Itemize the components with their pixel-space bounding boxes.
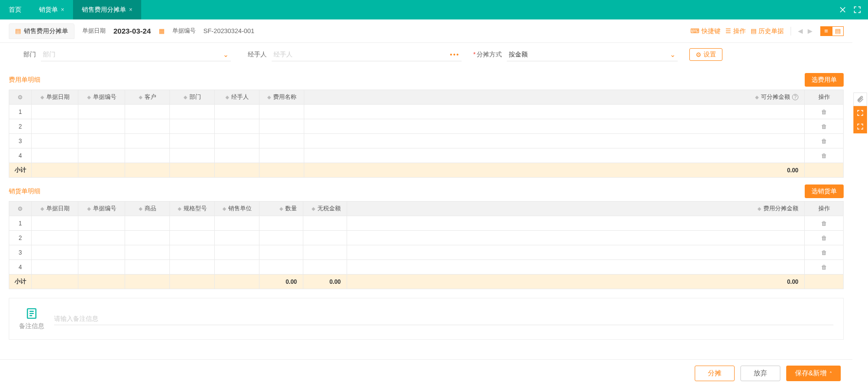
topbar-actions — [839, 6, 868, 14]
docno-label: 单据编号 — [172, 27, 196, 35]
method-select[interactable]: 按金额 ⌄ — [507, 48, 678, 61]
ops-button[interactable]: ☰操作 — [725, 27, 746, 36]
delete-icon[interactable]: 🗑 — [821, 123, 827, 130]
date-label: 单据日期 — [82, 27, 106, 35]
keyboard-icon: ⌨ — [690, 27, 700, 35]
gear-icon: ☰ — [725, 27, 731, 35]
view-list-button[interactable]: ≡ — [820, 26, 832, 36]
delete-icon[interactable]: 🗑 — [821, 109, 827, 115]
col-qty[interactable]: ◆数量 — [259, 202, 303, 216]
delete-icon[interactable]: 🗑 — [821, 235, 827, 241]
select-sales-button[interactable]: 选销货单 — [805, 184, 844, 198]
chevron-down-icon: ⌄ — [670, 51, 676, 58]
section-expense-detail: 费用单明细 选费用单 ⚙ ◆单据日期 ◆单据编号 ◆客户 ◆部门 ◆经手人 ◆费… — [0, 70, 852, 182]
tab-sales-bill[interactable]: 销货单× — [30, 0, 73, 19]
table-row[interactable]: 3🗑 — [9, 245, 844, 260]
col-date[interactable]: ◆单据日期 — [32, 202, 78, 216]
expense-table: ⚙ ◆单据日期 ◆单据编号 ◆客户 ◆部门 ◆经手人 ◆费用名称 ◆可分摊金额?… — [9, 90, 844, 178]
label: *分摊方式 — [473, 50, 502, 59]
save-new-button[interactable]: 保存&新增˄ — [786, 366, 841, 381]
settings-button[interactable]: ⚙设置 — [689, 48, 722, 61]
label: 保存&新增 — [795, 369, 827, 378]
close-all-icon[interactable] — [839, 6, 847, 14]
table-row[interactable]: 4🗑 — [9, 260, 844, 275]
label: 部门 — [12, 50, 36, 59]
col-action: 操作 — [805, 90, 844, 105]
table-row[interactable]: 1🗑 — [9, 105, 844, 119]
section-title: 费用单明细 — [9, 75, 40, 84]
table-row[interactable]: 2🗑 — [9, 231, 844, 245]
chevron-up-icon: ˄ — [830, 371, 832, 376]
expand2-button[interactable] — [853, 120, 867, 133]
delete-icon[interactable]: 🗑 — [821, 249, 827, 256]
doc-title: 销售费用分摊单 — [24, 27, 68, 36]
col-product[interactable]: ◆商品 — [125, 202, 170, 216]
col-unit[interactable]: ◆销售单位 — [215, 202, 259, 216]
delete-icon[interactable]: 🗑 — [821, 264, 827, 271]
table-row[interactable]: 1🗑 — [9, 216, 844, 231]
doc-type-badge: ▤ 销售费用分摊单 — [9, 23, 74, 39]
col-no[interactable]: ◆单据编号 — [78, 90, 125, 105]
gear-column[interactable]: ⚙ — [9, 202, 32, 216]
prev-arrow-icon[interactable]: ◀ — [798, 27, 806, 35]
delete-icon[interactable]: 🗑 — [821, 220, 827, 227]
col-spec[interactable]: ◆规格型号 — [170, 202, 215, 216]
select-expense-button[interactable]: 选费用单 — [805, 73, 844, 87]
label: 经手人 — [242, 50, 267, 59]
col-alloc-amt[interactable]: ◆可分摊金额? — [304, 90, 805, 105]
view-toggle: ≡ ▤ — [820, 26, 844, 36]
handler-select[interactable]: 经手人 ••• — [272, 48, 462, 61]
close-icon[interactable]: × — [61, 6, 64, 13]
remarks-input[interactable] — [54, 313, 833, 325]
next-arrow-icon[interactable]: ▶ — [808, 27, 815, 35]
delete-icon[interactable]: 🗑 — [821, 152, 827, 159]
col-handler[interactable]: ◆经手人 — [215, 90, 259, 105]
table-row[interactable]: 2🗑 — [9, 119, 844, 134]
tab-home[interactable]: 首页 — [0, 0, 30, 19]
divider — [791, 27, 791, 36]
col-action: 操作 — [805, 202, 844, 216]
col-fee-alloc[interactable]: ◆费用分摊金额 — [347, 202, 805, 216]
table-row[interactable]: 3🗑 — [9, 134, 844, 148]
fullscreen-icon[interactable] — [853, 6, 861, 14]
attachment-button[interactable] — [853, 92, 867, 106]
footer-actions: 分摊 放弃 保存&新增˄ — [0, 359, 852, 387]
col-dept[interactable]: ◆部门 — [170, 90, 215, 105]
history-icon: ▤ — [751, 27, 757, 35]
section-title: 销货单明细 — [9, 187, 40, 196]
label: 操作 — [733, 27, 746, 36]
docno-value: SF-20230324-001 — [203, 27, 255, 35]
date-value[interactable]: 2023-03-24 — [113, 27, 151, 35]
shortcut-button[interactable]: ⌨快捷键 — [690, 27, 720, 36]
dept-select[interactable]: 部门 ⌄ — [41, 48, 231, 61]
view-grid-button[interactable]: ▤ — [832, 26, 844, 36]
col-date[interactable]: ◆单据日期 — [32, 90, 78, 105]
header-actions: ⌨快捷键 ☰操作 ▤历史单据 ◀ ▶ ≡ ▤ — [690, 26, 844, 36]
help-icon[interactable]: ? — [792, 94, 798, 100]
delete-icon[interactable]: 🗑 — [821, 138, 827, 145]
more-icon: ••• — [450, 51, 460, 58]
allocate-button[interactable]: 分摊 — [695, 366, 735, 381]
close-icon[interactable]: × — [129, 6, 132, 13]
table-row[interactable]: 4🗑 — [9, 148, 844, 163]
col-no[interactable]: ◆单据编号 — [78, 202, 125, 216]
filter-row: 部门 部门 ⌄ 经手人 经手人 ••• *分摊方式 按金额 ⌄ ⚙设置 — [0, 43, 852, 70]
tab-sales-expense[interactable]: 销售费用分摊单× — [73, 0, 141, 19]
gear-column[interactable]: ⚙ — [9, 90, 32, 105]
col-fee-name[interactable]: ◆费用名称 — [259, 90, 304, 105]
calendar-icon[interactable]: ▦ — [159, 27, 165, 35]
filter-handler: 经手人 经手人 ••• — [242, 48, 462, 61]
col-notax[interactable]: ◆无税金额 — [303, 202, 347, 216]
chevron-down-icon: ⌄ — [223, 51, 229, 58]
filter-dept: 部门 部门 ⌄ — [12, 48, 231, 61]
placeholder: 部门 — [43, 50, 55, 59]
filter-method: *分摊方式 按金额 ⌄ — [473, 48, 678, 61]
history-button[interactable]: ▤历史单据 — [751, 27, 784, 36]
document-header: ▤ 销售费用分摊单 单据日期 2023-03-24 ▦ 单据编号 SF-2023… — [0, 19, 852, 43]
subtotal-row: 小计0.00 — [9, 163, 844, 178]
placeholder: 经手人 — [274, 50, 293, 59]
col-customer[interactable]: ◆客户 — [125, 90, 170, 105]
section-sales-detail: 销货单明细 选销货单 ⚙ ◆单据日期 ◆单据编号 ◆商品 ◆规格型号 ◆销售单位… — [0, 182, 852, 293]
discard-button[interactable]: 放弃 — [740, 366, 780, 381]
expand-button[interactable] — [853, 106, 867, 120]
